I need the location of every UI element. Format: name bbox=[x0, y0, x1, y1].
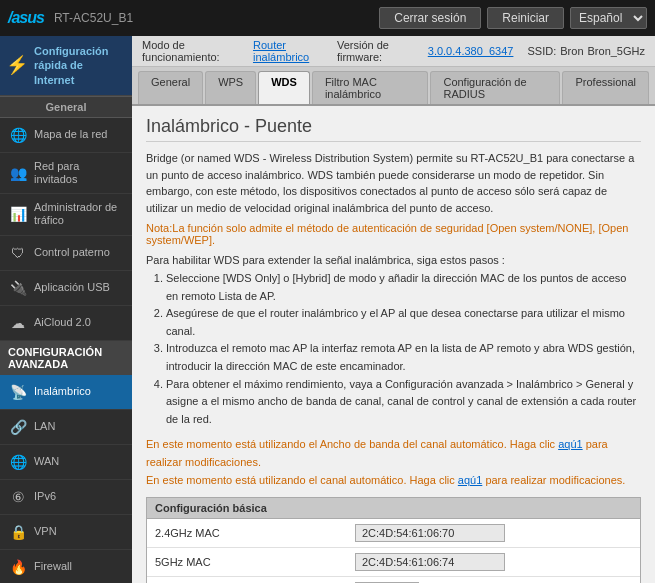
sidebar-item-label: Firewall bbox=[34, 560, 72, 573]
language-select[interactable]: EspañolEnglishFrançaisDeutsch bbox=[570, 7, 647, 29]
router-model: RT-AC52U_B1 bbox=[54, 11, 133, 25]
general-section-header: General bbox=[0, 96, 132, 118]
top-bar-actions: Cerrar sesión Reiniciar EspañolEnglishFr… bbox=[379, 7, 647, 29]
wan-icon: 🌐 bbox=[8, 452, 28, 472]
sidebar-item-ipv6[interactable]: ⑥ IPv6 bbox=[0, 480, 132, 515]
sidebar-item-red-invitados[interactable]: 👥 Red parainvitados bbox=[0, 153, 132, 194]
traffic-icon: 📊 bbox=[8, 204, 28, 224]
users-icon: 👥 bbox=[8, 163, 28, 183]
logo-area: /asus RT-AC52U_B1 bbox=[8, 9, 133, 27]
usb-icon: 🔌 bbox=[8, 278, 28, 298]
network-icon: 🌐 bbox=[8, 125, 28, 145]
ssid-5ghz: Bron_5GHz bbox=[588, 45, 645, 57]
page-title: Inalámbrico - Puente bbox=[146, 116, 641, 142]
mode-value-link[interactable]: Router inalámbrico bbox=[253, 39, 333, 63]
config-row-banda: Banda 2.4GHz 5GHZ bbox=[147, 577, 640, 583]
config-row-5ghz-mac: 5GHz MAC bbox=[147, 548, 640, 577]
alert-bandwidth-link[interactable]: aqú1 bbox=[558, 438, 582, 450]
config-section-header: Configuración básica bbox=[147, 498, 640, 519]
alert-channel: En este momento está utilizando el canal… bbox=[146, 472, 641, 490]
sidebar-item-inalambrico[interactable]: 📡 Inalámbrico bbox=[0, 375, 132, 410]
sidebar-item-lan[interactable]: 🔗 LAN bbox=[0, 410, 132, 445]
step-1: Seleccione [WDS Only] o [Hybrid] de modo… bbox=[166, 270, 641, 305]
sidebar-item-label: LAN bbox=[34, 420, 55, 433]
sidebar-item-label: Red parainvitados bbox=[34, 160, 79, 186]
sidebar-item-label: Control paterno bbox=[34, 246, 110, 259]
basic-config-section: Configuración básica 2.4GHz MAC 5GHz MAC… bbox=[146, 497, 641, 583]
description-text: Bridge (or named WDS - Wireless Distribu… bbox=[146, 150, 641, 216]
tab-wps[interactable]: WPS bbox=[205, 71, 256, 104]
quick-setup-icon: ⚡ bbox=[6, 54, 28, 76]
input-2ghz-mac[interactable] bbox=[355, 524, 505, 542]
value-5ghz-mac bbox=[355, 553, 505, 571]
tab-professional[interactable]: Professional bbox=[562, 71, 649, 104]
sidebar-item-label: Aplicación USB bbox=[34, 281, 110, 294]
vpn-icon: 🔒 bbox=[8, 522, 28, 542]
lan-icon: 🔗 bbox=[8, 417, 28, 437]
sidebar-item-label: VPN bbox=[34, 525, 57, 538]
quick-setup-item[interactable]: ⚡ Configuración rápida de Internet bbox=[0, 36, 132, 96]
step-4: Para obtener el máximo rendimiento, vaya… bbox=[166, 376, 641, 429]
ssid-2ghz: Bron bbox=[560, 45, 583, 57]
sidebar-item-mapa-red[interactable]: 🌐 Mapa de la red bbox=[0, 118, 132, 153]
note-text: Nota:La función solo admite el método de… bbox=[146, 222, 641, 246]
sidebar-item-firewall[interactable]: 🔥 Firewall bbox=[0, 550, 132, 583]
parental-icon: 🛡 bbox=[8, 243, 28, 263]
firmware-value-link[interactable]: 3.0.0.4.380_6347 bbox=[428, 45, 514, 57]
asus-logo: /asus bbox=[8, 9, 44, 27]
label-2ghz-mac: 2.4GHz MAC bbox=[155, 527, 355, 539]
tab-general[interactable]: General bbox=[138, 71, 203, 104]
page-content: Inalámbrico - Puente Bridge (or named WD… bbox=[132, 106, 655, 583]
advanced-section-header: Configuración avanzada bbox=[0, 341, 132, 375]
tab-filtro-mac[interactable]: Filtro MAC inalámbrico bbox=[312, 71, 429, 104]
sidebar-item-label: WAN bbox=[34, 455, 59, 468]
config-row-2ghz-mac: 2.4GHz MAC bbox=[147, 519, 640, 548]
value-2ghz-mac bbox=[355, 524, 505, 542]
sidebar-item-trafico[interactable]: 📊 Administrador detráfico bbox=[0, 194, 132, 235]
ssid-label: SSID: bbox=[528, 45, 557, 57]
alert-channel-link[interactable]: aqú1 bbox=[458, 474, 482, 486]
ssid-bar: Modo de funcionamiento: Router inalámbri… bbox=[132, 36, 655, 67]
alert-bandwidth: En este momento está utilizando el Ancho… bbox=[146, 436, 641, 471]
main-layout: ⚡ Configuración rápida de Internet Gener… bbox=[0, 36, 655, 583]
top-bar: /asus RT-AC52U_B1 Cerrar sesión Reinicia… bbox=[0, 0, 655, 36]
steps-header: Para habilitar WDS para extender la seña… bbox=[146, 254, 641, 266]
label-5ghz-mac: 5GHz MAC bbox=[155, 556, 355, 568]
sidebar: ⚡ Configuración rápida de Internet Gener… bbox=[0, 36, 132, 583]
ipv6-icon: ⑥ bbox=[8, 487, 28, 507]
cerrar-sesion-button[interactable]: Cerrar sesión bbox=[379, 7, 481, 29]
step-2: Asegúrese de que el router inalámbrico y… bbox=[166, 305, 641, 340]
sidebar-item-parental[interactable]: 🛡 Control paterno bbox=[0, 236, 132, 271]
steps-list: Seleccione [WDS Only] o [Hybrid] de modo… bbox=[166, 270, 641, 428]
sidebar-item-usb[interactable]: 🔌 Aplicación USB bbox=[0, 271, 132, 306]
content-area: Modo de funcionamiento: Router inalámbri… bbox=[132, 36, 655, 583]
sidebar-item-label: Mapa de la red bbox=[34, 128, 107, 141]
wireless-icon: 📡 bbox=[8, 382, 28, 402]
sidebar-item-label: AiCloud 2.0 bbox=[34, 316, 91, 329]
tab-wds[interactable]: WDS bbox=[258, 71, 310, 104]
step-3: Introduzca el remoto mac AP la interfaz … bbox=[166, 340, 641, 375]
tabs: General WPS WDS Filtro MAC inalámbrico C… bbox=[132, 67, 655, 106]
cloud-icon: ☁ bbox=[8, 313, 28, 333]
sidebar-item-vpn[interactable]: 🔒 VPN bbox=[0, 515, 132, 550]
tab-radius[interactable]: Configuración de RADIUS bbox=[430, 71, 560, 104]
firmware-label: Versión de firmware: bbox=[337, 39, 424, 63]
sidebar-item-label: IPv6 bbox=[34, 490, 56, 503]
mode-label: Modo de funcionamiento: bbox=[142, 39, 249, 63]
sidebar-item-label: Administrador detráfico bbox=[34, 201, 117, 227]
sidebar-item-wan[interactable]: 🌐 WAN bbox=[0, 445, 132, 480]
sidebar-item-label: Inalámbrico bbox=[34, 385, 91, 398]
input-5ghz-mac[interactable] bbox=[355, 553, 505, 571]
firewall-icon: 🔥 bbox=[8, 557, 28, 577]
quick-setup-label: Configuración rápida de Internet bbox=[34, 44, 126, 87]
sidebar-item-cloud[interactable]: ☁ AiCloud 2.0 bbox=[0, 306, 132, 341]
reiniciar-button[interactable]: Reiniciar bbox=[487, 7, 564, 29]
